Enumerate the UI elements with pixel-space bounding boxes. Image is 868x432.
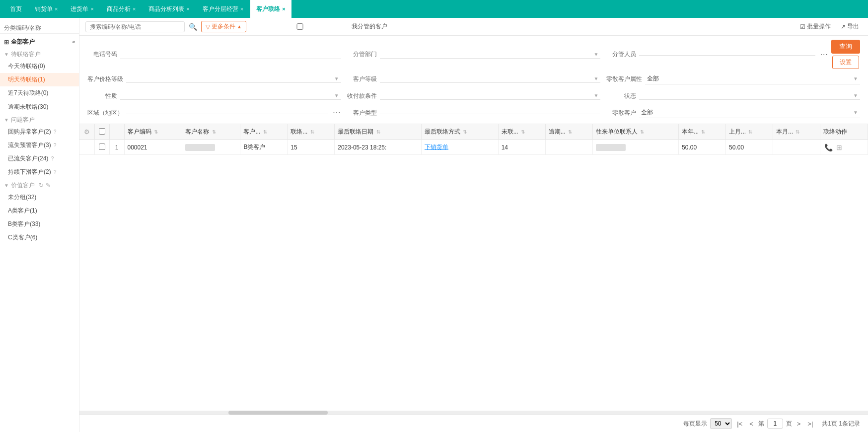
last-page-btn[interactable]: >| bbox=[805, 420, 815, 428]
payment-select[interactable]: ▼ bbox=[380, 92, 601, 100]
td-checkbox[interactable] bbox=[94, 140, 109, 155]
sidebar-item-repurchase-abnormal[interactable]: 回购异常客户(2) ? bbox=[0, 125, 79, 139]
last-contact-link[interactable]: 下销货单 bbox=[425, 144, 448, 150]
nav-home[interactable]: 首页 bbox=[4, 0, 28, 18]
sort-date-icon: ⇅ bbox=[376, 129, 380, 135]
th-customer-type[interactable]: 客户... ⇅ bbox=[240, 124, 288, 140]
area-dots-icon[interactable]: ··· bbox=[333, 108, 341, 117]
area-select[interactable] bbox=[126, 112, 328, 114]
query-button[interactable]: 查询 bbox=[831, 40, 860, 54]
page-unit: 页 bbox=[786, 420, 792, 428]
sidebar-item-today-pending[interactable]: 今天待联络(0) bbox=[0, 60, 79, 73]
th-last-month[interactable]: 上月... ⇅ bbox=[726, 124, 773, 140]
th-last-contact-date[interactable]: 最后联络日期 ⇅ bbox=[335, 124, 422, 140]
th-customer-code[interactable]: 客户编码 ⇅ bbox=[124, 124, 182, 140]
first-page-btn[interactable]: |< bbox=[735, 420, 744, 428]
edit-icon[interactable]: ✎ bbox=[46, 182, 51, 189]
retail-cust-chevron-icon: ▼ bbox=[853, 110, 858, 115]
sidebar-item-b-class[interactable]: B类客户(33) bbox=[0, 217, 79, 231]
th-not-contacted[interactable]: 未联... ⇅ bbox=[498, 124, 545, 140]
customer-grade-select[interactable]: ▼ bbox=[380, 75, 601, 83]
page-number-input[interactable] bbox=[767, 419, 783, 429]
gender-select[interactable]: ▼ bbox=[120, 92, 341, 100]
th-customer-name[interactable]: 客户名称 ⇅ bbox=[182, 124, 240, 140]
nav-customer-contact[interactable]: 客户联络 × bbox=[250, 0, 291, 18]
retail-attr-select[interactable]: 全部 ▼ bbox=[645, 73, 860, 84]
sidebar-search-input[interactable] bbox=[4, 24, 78, 31]
horizontal-scrollbar[interactable] bbox=[79, 411, 868, 415]
nav-customer-contact-close-icon[interactable]: × bbox=[282, 6, 285, 12]
cust-grade-chevron-icon: ▼ bbox=[593, 76, 598, 81]
grid-icon: ⊞ bbox=[4, 39, 9, 46]
nav-purchase-close-icon[interactable]: × bbox=[90, 6, 93, 12]
nav-purchase-order[interactable]: 进货单 × bbox=[65, 0, 99, 18]
main-search-input[interactable] bbox=[85, 21, 185, 32]
refresh-icon[interactable]: ↻ bbox=[39, 182, 44, 189]
nav-product-list-close-icon[interactable]: × bbox=[186, 6, 189, 12]
gear-icon[interactable]: ⚙ bbox=[84, 128, 90, 136]
set-button[interactable]: 设置 bbox=[832, 56, 859, 69]
price-grade-select[interactable]: ▼ bbox=[126, 75, 341, 83]
scrollbar-thumb[interactable] bbox=[228, 411, 328, 415]
th-this-month[interactable]: 本月... ⇅ bbox=[773, 124, 820, 140]
nav-sales-close-icon[interactable]: × bbox=[55, 6, 58, 12]
person-dots-icon[interactable]: ··· bbox=[820, 50, 828, 59]
filter-row-phone: 电话号码 bbox=[87, 40, 341, 69]
phone-input[interactable] bbox=[120, 50, 341, 59]
nav-customer-tier[interactable]: 客户分层经营 × bbox=[197, 0, 249, 18]
phone-label: 电话号码 bbox=[87, 50, 117, 59]
sidebar-item-overdue-pending[interactable]: 逾期未联络(30) bbox=[0, 100, 79, 114]
question-icon-3: ? bbox=[51, 156, 54, 161]
page-size-select[interactable]: 50 bbox=[710, 418, 732, 429]
nav-product-analysis-close-icon[interactable]: × bbox=[133, 6, 136, 12]
th-this-year[interactable]: 本年... ⇅ bbox=[679, 124, 726, 140]
person-select[interactable] bbox=[639, 53, 815, 56]
sidebar-item-declining[interactable]: 持续下滑客户(2) ? bbox=[0, 165, 79, 179]
sidebar-item-churned[interactable]: 已流失客户(24) ? bbox=[0, 152, 79, 165]
customer-table: ⚙ 客户编码 ⇅ 客户名称 ⇅ bbox=[79, 124, 868, 155]
next-page-btn[interactable]: > bbox=[795, 420, 803, 428]
retail-attr-label: 零散客户属性 bbox=[606, 75, 642, 83]
sidebar-item-ungrouped[interactable]: 未分组(32) bbox=[0, 191, 79, 204]
retail-attr-chevron-icon: ▼ bbox=[853, 76, 858, 81]
sidebar-item-a-class[interactable]: A类客户(1) bbox=[0, 204, 79, 217]
main-search-icon[interactable]: 🔍 bbox=[189, 23, 197, 31]
sidebar-all-customers[interactable]: ⊞ 全部客户 « bbox=[0, 36, 79, 48]
batch-ops-btn[interactable]: ☑ 批量操作 bbox=[797, 21, 834, 32]
status-label: 状态 bbox=[606, 92, 636, 100]
phone-action-icon[interactable]: 📞 bbox=[824, 144, 833, 151]
th-partner-contact[interactable]: 往来单位联系人 ⇅ bbox=[592, 124, 679, 140]
sidebar-collapse-icon[interactable]: « bbox=[72, 39, 75, 45]
nav-product-analysis[interactable]: 商品分析 × bbox=[101, 0, 142, 18]
th-last-contact-method[interactable]: 最后联络方式 ⇅ bbox=[422, 124, 499, 140]
more-filter-btn[interactable]: ▽ 更多条件 ▲ bbox=[201, 21, 246, 32]
th-contact[interactable]: 联络... ⇅ bbox=[288, 124, 335, 140]
sort-last-month-icon: ⇅ bbox=[748, 129, 752, 135]
sidebar-item-7days-pending[interactable]: 近7天待联络(0) bbox=[0, 86, 79, 100]
filter-row-person: 分管人员 ··· 查询 设置 bbox=[606, 40, 860, 69]
status-select[interactable]: ▼ bbox=[639, 92, 860, 100]
sidebar-item-c-class[interactable]: C类客户(6) bbox=[0, 231, 79, 244]
prev-page-btn[interactable]: < bbox=[747, 420, 755, 428]
sidebar-item-churn-warning[interactable]: 流失预警客户(3) ? bbox=[0, 139, 79, 152]
td-customer-type: B类客户 bbox=[240, 140, 288, 155]
grid-action-icon[interactable]: ⊞ bbox=[836, 144, 842, 151]
chevron-up-icon: ▲ bbox=[237, 24, 242, 29]
sidebar-item-tomorrow-pending[interactable]: 明天待联络(1) bbox=[0, 73, 79, 86]
export-btn[interactable]: ↗ 导出 bbox=[838, 21, 862, 32]
nav-customer-tier-close-icon[interactable]: × bbox=[240, 6, 243, 12]
nav-product-list[interactable]: 商品分析列表 × bbox=[143, 0, 195, 18]
dept-select[interactable]: ▼ bbox=[380, 51, 601, 59]
th-checkbox[interactable] bbox=[94, 124, 109, 140]
my-customer-checkbox[interactable] bbox=[250, 23, 350, 30]
th-gear[interactable]: ⚙ bbox=[79, 124, 94, 140]
select-all-checkbox[interactable] bbox=[99, 128, 105, 135]
row-checkbox[interactable] bbox=[99, 144, 105, 150]
customer-type-select[interactable] bbox=[380, 112, 601, 114]
filter-row-status: 状态 ▼ bbox=[606, 89, 860, 103]
my-customer-checkbox-container[interactable]: 我分管的客户 bbox=[250, 22, 387, 31]
th-overdue[interactable]: 逾期... ⇅ bbox=[545, 124, 592, 140]
nav-sales-order[interactable]: 销货单 × bbox=[29, 0, 64, 18]
retail-customer-select[interactable]: 全部 ▼ bbox=[639, 107, 860, 118]
td-last-contact-method[interactable]: 下销货单 bbox=[422, 140, 499, 155]
